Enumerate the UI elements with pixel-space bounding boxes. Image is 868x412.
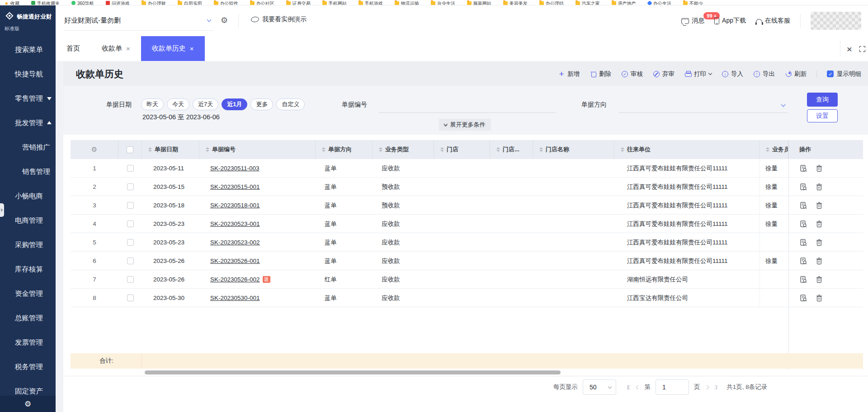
delete-row-icon[interactable] [816,220,822,228]
bookmark-item[interactable]: 手机收藏夹 [31,0,60,5]
date-pill[interactable]: 昨天 [141,98,164,110]
sidebar-item[interactable]: 发票管理 [0,330,56,355]
direction-select[interactable] [619,98,788,113]
sidebar-item[interactable]: 税务管理 [0,355,56,379]
doc-no-input[interactable] [379,98,556,113]
column-header[interactable]: 单据方向 [316,140,373,159]
date-pill[interactable]: 近1月 [222,98,247,110]
sidebar-item[interactable]: 库存核算 [0,257,56,281]
toolbar-button[interactable]: 刷新 [785,70,807,78]
sort-icon[interactable] [766,147,769,152]
sort-icon[interactable] [206,147,209,152]
close-icon[interactable]: × [847,44,852,54]
messages-button[interactable]: 消息 99 + [681,17,704,25]
page-tab[interactable]: 首页 [56,36,91,61]
table-row[interactable]: 5 2023-05-23 SK-20230523-002 蓝单 应收款 江西真可… [71,233,863,252]
row-checkbox[interactable] [127,276,134,283]
doc-no-link[interactable]: SK-20230526-001 [210,258,260,264]
toolbar-button[interactable]: 审核 [621,70,643,78]
tab-close-icon[interactable]: × [126,45,130,52]
date-pill[interactable]: 今天 [167,98,189,110]
row-checkbox[interactable] [127,258,134,264]
toolbar-button[interactable]: 打印 [684,70,712,78]
bookmark-item[interactable]: 办公社区 [250,0,274,5]
bookmark-item[interactable]: 收藏 [5,0,19,5]
table-row[interactable]: 4 2023-05-23 SK-20230523-001 蓝单 应收款 江西真可… [71,215,863,233]
sidebar-item[interactable]: 电商管理 [0,208,56,233]
sidebar-item[interactable]: 小畅电商 [0,184,56,208]
delete-row-icon[interactable] [816,295,822,302]
row-checkbox[interactable] [127,220,134,227]
sort-icon[interactable] [496,147,500,152]
toolbar-button[interactable]: 导出 [753,70,775,78]
column-header[interactable]: 业务类型 [373,140,434,159]
gear-icon[interactable]: ⚙ [24,399,31,409]
bookmark-item[interactable]: 360导航 [71,0,94,5]
delete-row-icon[interactable] [816,276,822,283]
delete-row-icon[interactable] [816,165,822,172]
column-header[interactable]: 门店 [434,140,490,159]
bookmark-item[interactable]: 汽车之家 [576,0,600,5]
delete-row-icon[interactable] [816,258,822,265]
table-row[interactable]: 2 2023-05-15 SK-20230515-001 蓝单 预收款 江西真可… [71,178,863,196]
horizontal-scrollbar[interactable] [145,370,561,375]
view-doc-icon[interactable] [800,276,807,283]
page-tab[interactable]: 收款单历史 × [141,36,205,61]
next-page-button[interactable] [705,386,708,389]
sort-icon[interactable] [379,147,382,152]
page-number-input[interactable]: 1 [656,379,689,395]
view-doc-icon[interactable] [800,165,807,172]
settings-button[interactable]: 设置 [807,109,838,122]
table-row[interactable]: 1 2023-05-11 SK-20230511-003 蓝单 应收款 江西真可… [71,159,863,178]
user-avatar[interactable] [811,12,861,30]
sidebar-item[interactable]: 快捷导航 [0,62,56,86]
show-detail-toggle[interactable]: 显示明细 [827,70,861,78]
table-row[interactable]: 8 2023-05-30 SK-20230530-001 蓝单 应收款 江西宝达… [71,289,863,307]
sidebar-item[interactable]: 总账管理 [0,306,56,330]
date-pill[interactable]: 自定义 [276,98,305,110]
bookmark-item[interactable]: 办公生活 [648,0,671,5]
bookmark-item[interactable]: 房产地产 [612,0,636,5]
sort-icon[interactable] [621,147,624,152]
bookmark-item[interactable]: 办公理财 [142,0,166,5]
row-checkbox[interactable] [127,295,134,301]
sidebar-item[interactable]: 营销推广 [0,135,56,159]
first-page-button[interactable] [627,385,632,390]
bookmark-item[interactable]: 服装网站 [467,0,491,5]
table-row[interactable]: 3 2023-05-18 SK-20230518-001 蓝单 预收款 江西真可… [71,196,863,215]
view-doc-icon[interactable] [800,202,807,209]
row-checkbox[interactable] [127,183,134,190]
demo-link[interactable]: 我要看实例演示 [251,15,307,23]
view-doc-icon[interactable] [800,295,807,302]
bookmark-item[interactable]: 不能少 [683,0,703,5]
sort-icon[interactable] [322,147,326,152]
sidebar-item[interactable]: 资金管理 [0,281,56,306]
sort-icon[interactable] [440,147,444,152]
table-row[interactable]: 6 2023-05-26 SK-20230526-001 蓝单 应收款 江西真可… [71,252,863,270]
doc-no-link[interactable]: SK-20230518-001 [210,202,260,209]
bookmark-item[interactable]: 美容美发 [503,0,528,5]
column-header[interactable]: 门店名称 [533,140,614,159]
bookmark-item[interactable]: 办公软件 [214,0,238,5]
date-pill[interactable]: 更多 [250,98,273,110]
bookmark-item[interactable]: 手机游戏 [359,0,383,5]
select-all-checkbox[interactable] [127,146,133,153]
sort-icon[interactable] [148,147,152,152]
toolbar-button[interactable]: 新增 [558,70,580,78]
expand-more-filters-button[interactable]: 展开更多条件 [439,119,491,131]
delete-row-icon[interactable] [816,183,822,191]
fullscreen-icon[interactable] [859,46,865,52]
bookmark-item[interactable]: 问道游戏 [106,0,130,5]
doc-no-link[interactable]: SK-20230526-002 [210,276,260,283]
sort-icon[interactable] [539,147,543,152]
account-selector[interactable]: 好业财测试-量勿删 [64,11,213,31]
doc-no-link[interactable]: SK-20230530-001 [210,295,260,301]
sidebar-item[interactable]: 采购管理 [0,233,56,257]
doc-no-link[interactable]: SK-20230523-002 [210,239,260,246]
settings-gear-icon[interactable]: ⚙ [221,15,228,25]
sidebar-item[interactable]: 搜索菜单 [0,37,56,62]
bookmark-item[interactable]: 手机网站 [322,0,347,5]
bookmark-item[interactable]: 物流运输 [395,0,419,5]
app-download-button[interactable]: App下载 [714,17,746,25]
column-header[interactable]: 门店... [490,140,533,159]
